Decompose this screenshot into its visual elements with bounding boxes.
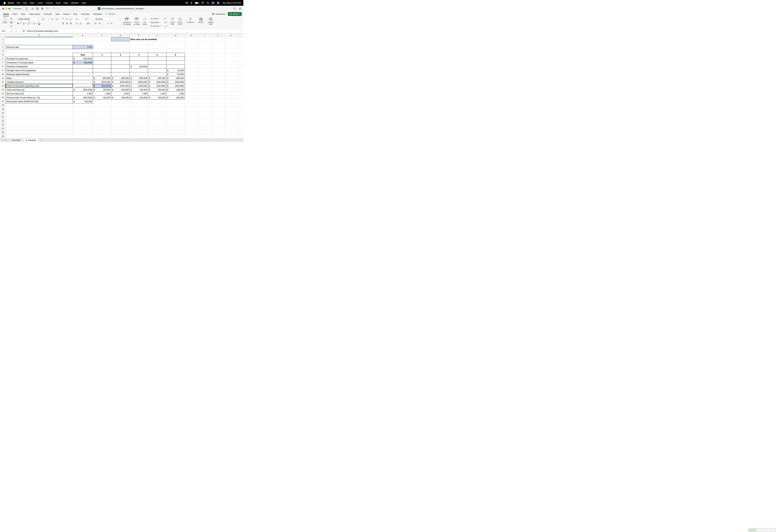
cell-J4[interactable] [211, 49, 224, 53]
cell-fill-6[interactable] [238, 57, 243, 61]
menu-item-edit[interactable]: Edit [22, 2, 28, 4]
cell-C12[interactable]: $(500,000) [93, 80, 111, 84]
cell-J6[interactable] [211, 57, 224, 61]
comments-button[interactable]: Comments [212, 13, 225, 15]
accounting-format-button[interactable]: $ [94, 22, 97, 24]
cell-C20[interactable] [93, 111, 111, 115]
sheet-tab-template[interactable]: Template [24, 139, 38, 142]
cell-F25[interactable] [148, 131, 166, 134]
row-header-17[interactable]: 17 [0, 100, 6, 103]
cell-K21[interactable] [224, 115, 238, 119]
delete-cells-button[interactable]: Delete [151, 21, 161, 24]
cell-G7[interactable] [166, 61, 185, 64]
cell-D27[interactable] [111, 138, 130, 139]
cell-A27[interactable] [6, 138, 73, 139]
apple-menu[interactable] [2, 2, 7, 4]
cell-J2[interactable] [211, 41, 224, 45]
cell-fill-1[interactable] [238, 37, 243, 41]
cell-B25[interactable] [73, 131, 93, 134]
cell-D20[interactable] [111, 111, 130, 115]
cell-G10[interactable]: $80,000 [166, 72, 185, 76]
cell-A20[interactable] [6, 111, 73, 115]
cell-G4[interactable] [166, 49, 185, 53]
cell-K17[interactable] [224, 100, 238, 103]
cell-E17[interactable] [130, 100, 148, 103]
cell-H17[interactable] [185, 100, 198, 103]
cell-J27[interactable] [211, 138, 224, 139]
cell-K5[interactable] [224, 53, 238, 57]
cell-K19[interactable] [224, 107, 238, 111]
cell-I26[interactable] [198, 134, 211, 138]
cell-J11[interactable] [211, 76, 224, 80]
percent-style-button[interactable]: % [99, 22, 101, 24]
cell-H25[interactable] [185, 131, 198, 134]
cell-F7[interactable] [148, 61, 166, 64]
cell-I10[interactable] [198, 72, 211, 76]
cell-I17[interactable] [198, 100, 211, 103]
sheet-nav-back-button[interactable]: ◀ [2, 140, 3, 141]
cell-I14[interactable] [198, 88, 211, 92]
cell-G5[interactable]: 5 [166, 53, 185, 57]
document-title-area[interactable]: X ExcelAnalytics_InternalRateofReturn_Te… [98, 7, 146, 10]
search-icon[interactable] [233, 7, 236, 10]
cell-A1[interactable] [6, 37, 73, 41]
cell-B18[interactable] [73, 103, 93, 107]
cell-E1[interactable]: Blue cells can be modified [130, 37, 148, 41]
cell-D1[interactable] [111, 37, 130, 41]
italic-button[interactable]: I [20, 22, 22, 25]
cell-J1[interactable] [211, 37, 224, 41]
cell-A15[interactable]: Discount factor (b) [6, 92, 73, 96]
cell-styles-button[interactable]: CellStyles [142, 17, 148, 28]
cell-A13[interactable]: Fixed out-of-pocket operating costs [6, 84, 73, 88]
cell-F12[interactable]: $(500,000) [148, 80, 166, 84]
cell-E4[interactable] [130, 49, 148, 53]
cell-I3[interactable] [198, 45, 211, 49]
cell-B6[interactable]: $(420,000) [73, 57, 93, 61]
number-format-select[interactable]: General [94, 17, 119, 21]
cell-C9[interactable] [93, 68, 111, 72]
cell-D18[interactable] [111, 103, 130, 107]
menu-item-file[interactable]: File [15, 2, 22, 4]
row-header-13[interactable]: 13 [0, 84, 6, 88]
cell-B27[interactable] [73, 138, 93, 139]
minimize-window-button[interactable] [5, 8, 7, 10]
copy-button[interactable] [10, 21, 14, 23]
cell-fill-21[interactable] [238, 115, 243, 119]
cell-fill-11[interactable] [238, 76, 243, 80]
row-header-3[interactable]: 3 [0, 45, 6, 49]
cell-C13[interactable]: $(200,000) [93, 84, 111, 88]
tab-formulas[interactable]: Formulas [42, 12, 54, 16]
cell-I6[interactable] [198, 57, 211, 61]
cell-fill-10[interactable] [238, 72, 243, 76]
cell-G21[interactable] [166, 115, 185, 119]
row-header-18[interactable]: 18 [0, 103, 6, 107]
cell-I8[interactable] [198, 64, 211, 68]
cell-fill-16[interactable] [238, 96, 243, 100]
cell-G20[interactable] [166, 111, 185, 115]
cell-G26[interactable] [166, 134, 185, 138]
cell-K15[interactable] [224, 92, 238, 96]
col-header-H[interactable]: H [185, 33, 198, 37]
cell-C17[interactable] [93, 100, 111, 103]
cell-E22[interactable] [130, 119, 148, 123]
cell-A22[interactable] [6, 119, 73, 123]
fill-button[interactable] [164, 21, 168, 24]
cell-F13[interactable]: $(200,000) [148, 84, 166, 88]
cell-E27[interactable] [130, 138, 148, 139]
cell-C26[interactable] [93, 134, 111, 138]
wifi-icon[interactable] [201, 2, 204, 4]
clear-button[interactable] [164, 24, 168, 27]
row-header-21[interactable]: 21 [0, 115, 6, 119]
cell-K27[interactable] [224, 138, 238, 139]
cancel-button[interactable]: ✕ [15, 30, 17, 32]
cell-E3[interactable] [130, 45, 148, 49]
cell-fill-19[interactable] [238, 107, 243, 111]
cell-G23[interactable] [166, 123, 185, 127]
cell-I2[interactable] [198, 41, 211, 45]
cell-G12[interactable]: $(500,000) [166, 80, 185, 84]
cell-G2[interactable] [166, 41, 185, 45]
insert-function-button[interactable]: fx [23, 30, 25, 32]
cell-A24[interactable] [6, 127, 73, 131]
decrease-indent-button[interactable] [75, 22, 78, 24]
col-header-I[interactable]: I [198, 33, 211, 37]
